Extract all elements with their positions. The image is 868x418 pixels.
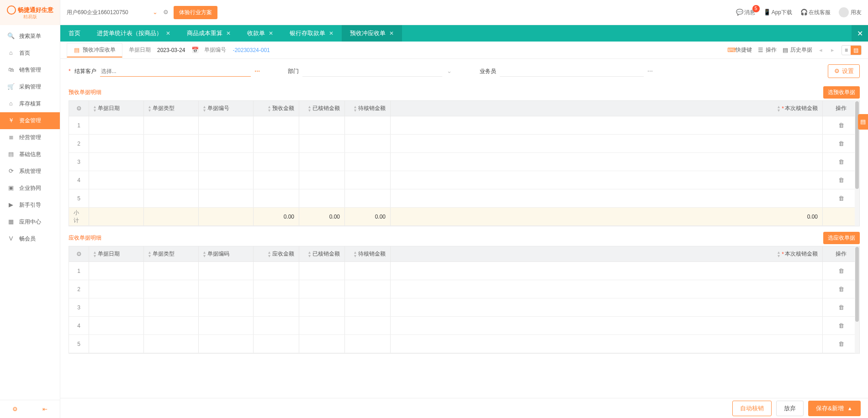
close-icon[interactable]: ✕ xyxy=(389,30,394,37)
sidebar-item-fund[interactable]: ￥资金管理 xyxy=(0,112,60,129)
sidebar-item-home[interactable]: ⌂首页 xyxy=(0,45,60,62)
delete-icon[interactable]: 🗑 xyxy=(838,323,844,329)
prev-icon[interactable]: ◂ xyxy=(818,47,824,53)
sales-input[interactable] xyxy=(500,66,644,77)
operate-button[interactable]: ☰操作 xyxy=(757,46,777,54)
customer-more-icon[interactable]: ⋯ xyxy=(254,68,260,74)
close-icon[interactable]: ✕ xyxy=(166,30,170,37)
sidebar-item-coop[interactable]: ▣企业协同 xyxy=(0,180,60,197)
customer-input[interactable] xyxy=(100,66,251,77)
tab[interactable]: 收款单✕ xyxy=(239,25,281,42)
col-pending[interactable]: ▴▾待核销金额 xyxy=(345,101,391,116)
tab[interactable]: 商品成本重算✕ xyxy=(179,25,239,42)
close-icon[interactable]: ✕ xyxy=(329,30,333,37)
col-verified[interactable]: ▴▾已核销金额 xyxy=(299,246,345,261)
dept-input[interactable] xyxy=(302,66,442,77)
tab[interactable]: 进货单统计表（按商品）✕ xyxy=(89,25,179,42)
side-drawer-toggle[interactable]: ▤ xyxy=(858,114,868,130)
table-row[interactable]: 4🗑 xyxy=(69,317,859,335)
discard-button[interactable]: 放弃 xyxy=(776,401,804,416)
col-verified[interactable]: ▴▾已核销金额 xyxy=(299,101,345,116)
tab[interactable]: 银行存取款单✕ xyxy=(281,25,342,42)
col-date[interactable]: ▴▾单据日期 xyxy=(89,101,144,116)
view-list[interactable]: ≡ xyxy=(842,46,851,55)
col-this[interactable]: ▴▾*本次核销金额 xyxy=(391,246,823,261)
doc-code[interactable]: -20230324-001 xyxy=(233,47,270,53)
col-date[interactable]: ▴▾单据日期 xyxy=(89,246,144,261)
col-code[interactable]: ▴▾单据编码 xyxy=(199,246,254,261)
tab[interactable]: 首页 xyxy=(60,25,89,42)
delete-icon[interactable]: 🗑 xyxy=(838,268,844,274)
sidebar-item-search[interactable]: 🔍搜索菜单 xyxy=(0,28,60,45)
trial-button[interactable]: 体验行业方案 xyxy=(174,6,217,19)
table-row[interactable]: 2🗑 xyxy=(69,280,859,298)
sidebar-item-info[interactable]: ▤基础信息 xyxy=(0,146,60,163)
table-row[interactable]: 4🗑 xyxy=(69,171,859,189)
table-row[interactable]: 5🗑 xyxy=(69,189,859,208)
messages-button[interactable]: 💬 消息 5 xyxy=(736,9,755,16)
select-prepay-button[interactable]: 选预收单据 xyxy=(823,86,860,99)
delete-icon[interactable]: 🗑 xyxy=(838,141,844,147)
sidebar-item-apps[interactable]: ▦应用中心 xyxy=(0,214,60,230)
delete-icon[interactable]: 🗑 xyxy=(838,341,844,347)
app-download-button[interactable]: 📱 App下载 xyxy=(763,9,792,16)
save-button[interactable]: 保存&新增▴ xyxy=(808,401,861,416)
sales-more-icon[interactable]: ⋯ xyxy=(647,68,653,74)
sidebar-item-sys[interactable]: ⟳系统管理 xyxy=(0,163,60,180)
col-op: 操作 xyxy=(823,101,859,116)
gear-column[interactable]: ⚙ xyxy=(69,246,89,261)
select-receivable-button[interactable]: 选应收单据 xyxy=(823,232,860,244)
table-row[interactable]: 2🗑 xyxy=(69,135,859,153)
org-selector[interactable]: 用户690企业1660120750 ⌄ xyxy=(67,9,158,16)
support-button[interactable]: 🎧 在线客服 xyxy=(800,9,831,16)
sidebar-item-cart[interactable]: 🛒采购管理 xyxy=(0,78,60,95)
table-row[interactable]: 1🗑 xyxy=(69,262,859,280)
next-icon[interactable]: ▸ xyxy=(830,47,836,53)
collapse-icon[interactable]: ⇤ xyxy=(42,406,48,413)
gear-column[interactable]: ⚙ xyxy=(69,101,89,116)
sidebar-item-bag[interactable]: 🛍销售管理 xyxy=(0,62,60,78)
tab[interactable]: 预收冲应收单✕ xyxy=(342,25,402,42)
auto-verify-button[interactable]: 自动核销 xyxy=(732,401,772,416)
table-row[interactable]: 5🗑 xyxy=(69,335,859,353)
scrollbar[interactable] xyxy=(855,246,859,353)
col-amount[interactable]: ▴▾预收金额 xyxy=(254,101,299,116)
brand-name: 畅捷通好生意 xyxy=(18,6,53,14)
delete-icon[interactable]: 🗑 xyxy=(838,177,844,183)
col-amount[interactable]: ▴▾应收金额 xyxy=(254,246,299,261)
delete-icon[interactable]: 🗑 xyxy=(838,304,844,311)
sidebar-item-biz[interactable]: ≣经营管理 xyxy=(0,129,60,146)
col-type[interactable]: ▴▾单据类型 xyxy=(144,246,199,261)
settings-button[interactable]: ⚙设置 xyxy=(828,64,860,78)
headset-icon: 🎧 xyxy=(800,9,807,16)
close-all-tabs[interactable]: ✕ xyxy=(852,25,868,42)
delete-icon[interactable]: 🗑 xyxy=(838,286,844,293)
close-icon[interactable]: ✕ xyxy=(226,30,231,37)
table-row[interactable]: 3🗑 xyxy=(69,153,859,171)
sidebar-item-label: 库存核算 xyxy=(19,100,41,108)
gear-icon: ⚙ xyxy=(76,105,82,112)
delete-icon[interactable]: 🗑 xyxy=(838,195,844,202)
history-button[interactable]: ▤历史单据 xyxy=(782,46,812,54)
calendar-icon[interactable]: 📅 xyxy=(191,47,198,53)
chevron-down-icon[interactable]: ⌄ xyxy=(446,68,452,74)
gear-icon[interactable]: ⚙ xyxy=(163,9,169,16)
delete-icon[interactable]: 🗑 xyxy=(838,159,844,165)
table-row[interactable]: 1🗑 xyxy=(69,116,859,135)
col-code[interactable]: ▴▾单据编号 xyxy=(199,101,254,116)
doc-date[interactable]: 2023-03-24 xyxy=(157,47,185,53)
shortcut-button[interactable]: ⌨快捷键 xyxy=(727,46,752,54)
col-pending[interactable]: ▴▾待核销金额 xyxy=(345,246,391,261)
settings-icon[interactable]: ⚙ xyxy=(12,406,18,413)
sidebar-item-stock[interactable]: ⌂库存核算 xyxy=(0,95,60,112)
view-card[interactable]: ▤ xyxy=(851,46,861,55)
delete-icon[interactable]: 🗑 xyxy=(838,122,844,129)
col-this[interactable]: ▴▾*本次核销金额 xyxy=(391,101,823,116)
sidebar-item-vip[interactable]: V畅会员 xyxy=(0,230,60,247)
document-tab[interactable]: ▤ 预收冲应收单 xyxy=(67,43,122,57)
sidebar-item-guide[interactable]: ▶新手引导 xyxy=(0,197,60,214)
close-icon[interactable]: ✕ xyxy=(269,30,273,37)
col-type[interactable]: ▴▾单据类型 xyxy=(144,101,199,116)
user-menu[interactable]: 用友 xyxy=(839,7,862,17)
table-row[interactable]: 3🗑 xyxy=(69,298,859,317)
